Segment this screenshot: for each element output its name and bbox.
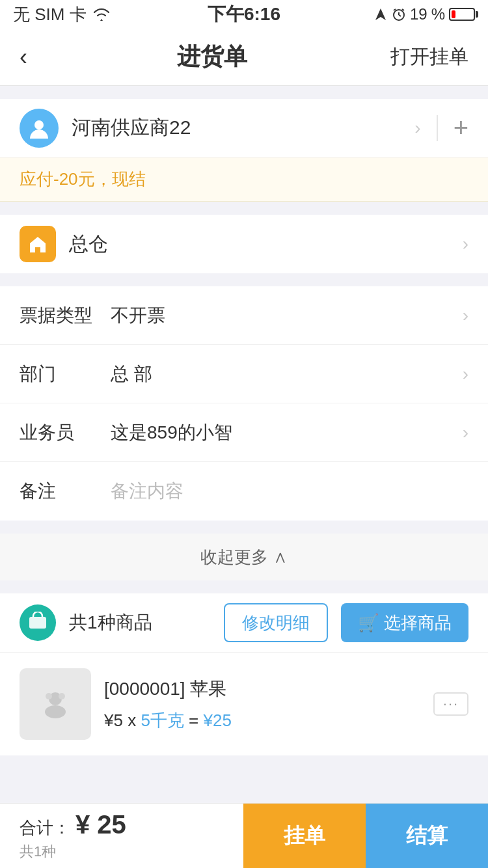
supplier-chevron-icon: › bbox=[414, 118, 420, 139]
invoice-row[interactable]: 票据类型 不开票 › bbox=[0, 286, 488, 345]
status-bar-left: 无 SIM 卡 bbox=[13, 3, 111, 26]
note-placeholder: 备注内容 bbox=[104, 479, 468, 504]
product-placeholder-icon bbox=[36, 685, 75, 724]
battery-percent: 19 bbox=[410, 5, 427, 23]
staff-label: 业务员 bbox=[20, 420, 104, 445]
carrier-label: 无 SIM 卡 bbox=[13, 3, 87, 26]
gap-2 bbox=[0, 202, 488, 215]
products-icon bbox=[20, 604, 56, 641]
battery-icon bbox=[449, 8, 475, 21]
products-count: 共1种商品 bbox=[69, 610, 211, 635]
product-price: ¥5 x 5千克 = ¥25 bbox=[104, 709, 420, 732]
product-quantity: 5千克 bbox=[141, 711, 183, 730]
svg-point-9 bbox=[45, 705, 66, 718]
checkout-button[interactable]: 结算 bbox=[366, 804, 488, 869]
svg-rect-6 bbox=[35, 247, 40, 252]
total-main: 合计： ¥ 25 bbox=[20, 810, 224, 839]
select-product-button[interactable]: 🛒 选择商品 bbox=[341, 603, 468, 642]
svg-point-11 bbox=[59, 693, 65, 699]
product-multiply-sign: x bbox=[128, 711, 141, 730]
staff-row[interactable]: 业务员 这是859的小智 › bbox=[0, 403, 488, 462]
info-banner: 应付-20元，现结 bbox=[0, 157, 488, 202]
battery-percent-sign: % bbox=[431, 5, 445, 23]
svg-point-10 bbox=[46, 693, 52, 699]
product-info: [0000001] 苹果 ¥5 x 5千克 = ¥25 bbox=[104, 677, 420, 732]
location-icon bbox=[373, 7, 388, 21]
bottom-bar: 合计： ¥ 25 共1种 挂单 结算 bbox=[0, 803, 488, 868]
note-row[interactable]: 备注 备注内容 bbox=[0, 462, 488, 521]
invoice-label: 票据类型 bbox=[20, 303, 104, 328]
back-button[interactable]: ‹ bbox=[20, 37, 34, 77]
select-product-label: 选择商品 bbox=[384, 612, 452, 634]
wifi-icon bbox=[92, 7, 111, 21]
department-label: 部门 bbox=[20, 362, 104, 387]
alarm-icon bbox=[392, 7, 406, 21]
department-row[interactable]: 部门 总 部 › bbox=[0, 345, 488, 403]
supplier-divider bbox=[437, 115, 438, 141]
page-title: 进货单 bbox=[177, 41, 247, 73]
warehouse-row[interactable]: 总仓 › bbox=[0, 215, 488, 273]
staff-value: 这是859的小智 bbox=[104, 420, 463, 445]
warehouse-section: 总仓 › bbox=[0, 215, 488, 273]
invoice-chevron-icon: › bbox=[463, 305, 468, 326]
open-pending-button[interactable]: 打开挂单 bbox=[390, 44, 468, 70]
cart-icon bbox=[27, 612, 49, 634]
supplier-name: 河南供应商22 bbox=[72, 115, 414, 141]
edit-detail-button[interactable]: 修改明细 bbox=[224, 603, 328, 642]
total-section: 合计： ¥ 25 共1种 bbox=[0, 810, 243, 861]
products-header: 共1种商品 修改明细 🛒 选择商品 bbox=[0, 593, 488, 652]
product-unit-price: ¥5 bbox=[104, 711, 123, 730]
home-icon bbox=[27, 233, 49, 255]
staff-chevron-icon: › bbox=[463, 422, 468, 443]
svg-line-2 bbox=[399, 15, 401, 16]
warehouse-chevron-icon: › bbox=[463, 234, 468, 254]
department-value: 总 部 bbox=[104, 362, 463, 387]
add-supplier-button[interactable]: + bbox=[454, 113, 468, 142]
nav-bar: ‹ 进货单 打开挂单 bbox=[0, 29, 488, 86]
user-icon bbox=[27, 116, 51, 140]
svg-point-5 bbox=[34, 120, 44, 129]
svg-line-4 bbox=[402, 9, 404, 10]
invoice-value: 不开票 bbox=[104, 303, 463, 328]
product-equals-sign: = bbox=[189, 711, 203, 730]
product-item: [0000001] 苹果 ¥5 x 5千克 = ¥25 ··· bbox=[0, 652, 488, 755]
suspend-button[interactable]: 挂单 bbox=[243, 804, 366, 869]
product-more-button[interactable]: ··· bbox=[433, 692, 468, 716]
warehouse-icon bbox=[20, 226, 56, 262]
status-bar: 无 SIM 卡 下午6:16 19% bbox=[0, 0, 488, 29]
product-name: [0000001] 苹果 bbox=[104, 677, 420, 701]
product-thumbnail bbox=[20, 668, 91, 740]
total-count: 共1种 bbox=[20, 842, 224, 861]
gap-1 bbox=[0, 86, 488, 99]
collapse-button[interactable]: 收起更多 ∧ bbox=[0, 534, 488, 580]
form-section: 票据类型 不开票 › 部门 总 部 › 业务员 这是859的小智 › 备注 备注… bbox=[0, 286, 488, 521]
total-label: 合计： bbox=[20, 817, 70, 839]
product-total: ¥25 bbox=[204, 711, 232, 730]
battery-level bbox=[452, 10, 455, 18]
svg-rect-7 bbox=[29, 617, 46, 629]
supplier-avatar bbox=[20, 109, 59, 148]
supplier-section: 河南供应商22 › + 应付-20元，现结 bbox=[0, 99, 488, 202]
total-amount: ¥ 25 bbox=[75, 810, 126, 839]
note-label: 备注 bbox=[20, 479, 104, 504]
department-chevron-icon: › bbox=[463, 364, 468, 385]
select-cart-icon: 🛒 bbox=[358, 613, 379, 633]
status-bar-right: 19% bbox=[373, 5, 475, 23]
status-time: 下午6:16 bbox=[208, 2, 280, 27]
svg-line-3 bbox=[394, 9, 396, 10]
supplier-row[interactable]: 河南供应商22 › + bbox=[0, 99, 488, 157]
warehouse-name: 总仓 bbox=[69, 231, 463, 258]
